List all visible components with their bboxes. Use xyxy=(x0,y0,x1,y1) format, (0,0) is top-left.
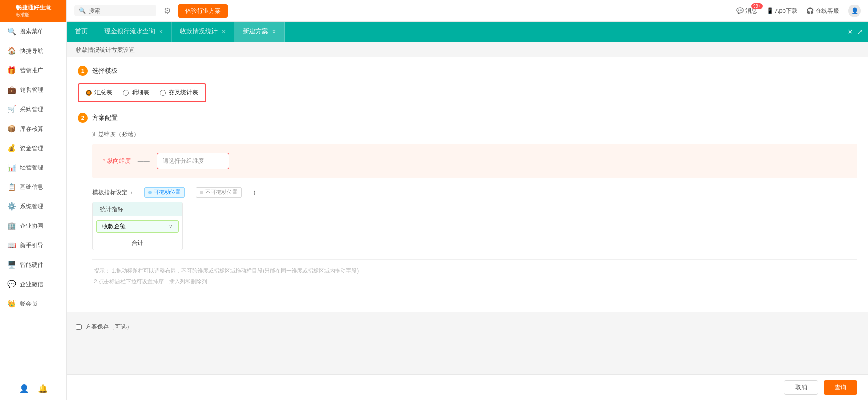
sidebar-item-inventory[interactable]: 📦 库存核算 xyxy=(0,119,66,138)
metrics-col: 收款金额 ∨ 合计 xyxy=(93,220,182,250)
metrics-col-header[interactable]: 收款金额 ∨ xyxy=(96,220,179,233)
tabbar: 首页 现金银行流水查询 ✕ 收款情况统计 ✕ 新建方案 ✕ ✕ ⤢ xyxy=(67,22,868,42)
tab-home-label: 首页 xyxy=(75,28,88,36)
topbar-search-box[interactable]: 🔍 xyxy=(74,5,156,16)
metrics-section-close: ） xyxy=(253,188,259,197)
metrics-row-total: 合计 xyxy=(93,236,182,250)
save-plan-checkbox[interactable] xyxy=(76,324,82,330)
message-icon: 💬 xyxy=(736,7,744,14)
search-input[interactable] xyxy=(89,7,152,14)
step1-num: 1 xyxy=(78,66,88,76)
dim-arrow: —— xyxy=(138,158,150,165)
plan-config: 汇总维度（必选） 纵向维度 —— 请选择分组维度 模板指标设定（ xyxy=(78,130,857,292)
footer-bar: 方案保存（可选） xyxy=(67,317,868,336)
step2-section: 2 方案配置 汇总维度（必选） 纵向维度 —— 请选择分组维度 xyxy=(78,113,857,292)
sidebar-item-basic[interactable]: 📋 基础信息 xyxy=(0,177,66,197)
sidebar-item-label-wechat: 企业微信 xyxy=(20,280,43,288)
template-option-summary[interactable]: 汇总表 xyxy=(86,89,112,97)
book-icon: 📖 xyxy=(7,241,16,249)
sidebar-item-operation[interactable]: 📊 经营管理 xyxy=(0,158,66,177)
industry-plan-button[interactable]: 体验行业方案 xyxy=(178,4,228,18)
non-draggable-dot xyxy=(200,191,203,194)
hint-line-2: 2.点击标题栏下拉可设置排序、插入列和删除列 xyxy=(92,276,857,287)
topbar-right: 💬 消息 99+ 📱 App下载 🎧 在线客服 👤 xyxy=(736,5,861,17)
sidebar-item-label-sales: 销售管理 xyxy=(20,86,43,94)
settings-icon[interactable]: ⚙ xyxy=(164,6,171,16)
template-select-box: 汇总表 明细表 交叉统计表 xyxy=(78,83,206,102)
topbar: 🔍 ⚙ 体验行业方案 💬 消息 99+ 📱 App下载 🎧 在线客服 👤 xyxy=(67,0,868,22)
sidebar: 畅捷通好生意 标准版 🔍 搜索菜单 🏠 快捷导航 🎁 营销推广 💼 销售管理 🛒… xyxy=(0,0,67,400)
sidebar-item-quick-nav[interactable]: 🏠 快捷导航 xyxy=(0,41,66,61)
tab-receipt-stats[interactable]: 收款情况统计 ✕ xyxy=(172,22,235,42)
dim-select-box[interactable]: 请选择分组维度 xyxy=(157,153,229,169)
sidebar-logo: 畅捷通好生意 标准版 xyxy=(0,0,66,22)
tab-new-plan[interactable]: 新建方案 ✕ xyxy=(235,22,285,42)
sidebar-item-wechat[interactable]: 💬 企业微信 xyxy=(0,274,66,294)
user-avatar[interactable]: 👤 xyxy=(848,5,861,17)
sidebar-item-hardware[interactable]: 🖥️ 智能硬件 xyxy=(0,255,66,274)
topbar-search-icon: 🔍 xyxy=(79,7,86,14)
query-button[interactable]: 查询 xyxy=(824,380,857,395)
dim-select-placeholder: 请选择分组维度 xyxy=(163,157,204,164)
tab-new-plan-close-icon[interactable]: ✕ xyxy=(272,28,276,35)
step2-num: 2 xyxy=(78,113,88,123)
sidebar-item-corp[interactable]: 🏢 企业协同 xyxy=(0,216,66,235)
template-radio-cross[interactable] xyxy=(160,90,166,96)
sidebar-item-search-menu[interactable]: 🔍 搜索菜单 xyxy=(0,22,66,41)
tab-bank-flow-close-icon[interactable]: ✕ xyxy=(159,28,163,35)
tab-home[interactable]: 首页 xyxy=(67,22,96,42)
step1-header: 1 选择模板 xyxy=(78,66,857,76)
sidebar-item-label-system: 系统管理 xyxy=(20,202,43,211)
online-service-btn[interactable]: 🎧 在线客服 xyxy=(807,7,839,15)
step1-section: 1 选择模板 汇总表 明细表 交叉统计表 xyxy=(78,66,857,102)
sidebar-item-label-hardware: 智能硬件 xyxy=(20,261,43,269)
sidebar-item-newbie[interactable]: 📖 新手引导 xyxy=(0,235,66,255)
logo-name: 畅捷通好生意 xyxy=(16,4,51,12)
draggable-badge: 可拖动位置 xyxy=(144,187,185,198)
template-label-cross: 交叉统计表 xyxy=(169,89,198,97)
template-radio-detail[interactable] xyxy=(123,90,129,96)
clipboard-icon: 📋 xyxy=(7,183,16,191)
metrics-section-label: 模板指标设定（ xyxy=(92,188,133,197)
logo-tag: 标准版 xyxy=(16,12,51,18)
sidebar-item-finance[interactable]: 💰 资金管理 xyxy=(0,138,66,158)
monitor-icon: 🖥️ xyxy=(7,260,16,269)
sidebar-item-member[interactable]: 👑 畅会员 xyxy=(0,294,66,313)
tab-new-plan-label: 新建方案 xyxy=(243,28,268,36)
template-option-detail[interactable]: 明细表 xyxy=(123,89,149,97)
page-title: 收款情况统计方案设置 xyxy=(67,42,868,57)
sidebar-item-label-corp: 企业协同 xyxy=(20,222,43,230)
metrics-label-row: 模板指标设定（ 可拖动位置 不可拖动位置 ） xyxy=(92,187,857,198)
user-avatar-icon: 👤 xyxy=(19,384,29,394)
app-download-btn[interactable]: 📱 App下载 xyxy=(766,7,797,15)
tab-bank-flow[interactable]: 现金银行流水查询 ✕ xyxy=(96,22,172,42)
sidebar-item-purchase[interactable]: 🛒 采购管理 xyxy=(0,99,66,119)
save-plan-label: 方案保存（可选） xyxy=(85,323,132,331)
template-option-cross[interactable]: 交叉统计表 xyxy=(160,89,198,97)
gift-icon: 🎁 xyxy=(7,66,16,75)
content-area: 收款情况统计方案设置 1 选择模板 汇总表 明细表 xyxy=(67,42,868,374)
template-radio-summary[interactable] xyxy=(86,90,92,96)
sidebar-item-system[interactable]: ⚙️ 系统管理 xyxy=(0,197,66,216)
building-icon: 🏢 xyxy=(7,221,16,230)
sidebar-item-sales[interactable]: 💼 销售管理 xyxy=(0,80,66,99)
main-area: 🔍 ⚙ 体验行业方案 💬 消息 99+ 📱 App下载 🎧 在线客服 👤 首页 xyxy=(67,0,868,400)
cancel-button[interactable]: 取消 xyxy=(784,380,818,395)
sidebar-bottom-user[interactable]: 👤 xyxy=(16,381,32,396)
app-download-label: App下载 xyxy=(775,7,797,15)
tab-expand-icon[interactable]: ⤢ xyxy=(857,28,863,36)
bottom-actions: 取消 查询 xyxy=(67,374,868,400)
hint-section: 提示： 1.拖动标题栏可以调整布局，不可跨维度或指标区域拖动栏目段(只能在同一维… xyxy=(92,259,857,292)
notification-btn[interactable]: 💬 消息 99+ xyxy=(736,7,757,15)
tabbar-actions: ✕ ⤢ xyxy=(842,22,868,42)
metrics-col-label: 收款金额 xyxy=(102,222,126,231)
sidebar-bottom-notify[interactable]: 🔔 xyxy=(35,381,51,396)
sidebar-item-marketing[interactable]: 🎁 营销推广 xyxy=(0,61,66,80)
tab-receipt-stats-close-icon[interactable]: ✕ xyxy=(222,28,226,35)
bell-icon: 🔔 xyxy=(38,384,48,394)
dimension-section-title: 汇总维度（必选） xyxy=(92,130,857,138)
crown-icon: 👑 xyxy=(7,299,16,308)
tab-close-all-icon[interactable]: ✕ xyxy=(847,28,853,36)
headset-icon: 🎧 xyxy=(807,7,814,14)
sidebar-item-label-basic: 基础信息 xyxy=(20,183,43,191)
